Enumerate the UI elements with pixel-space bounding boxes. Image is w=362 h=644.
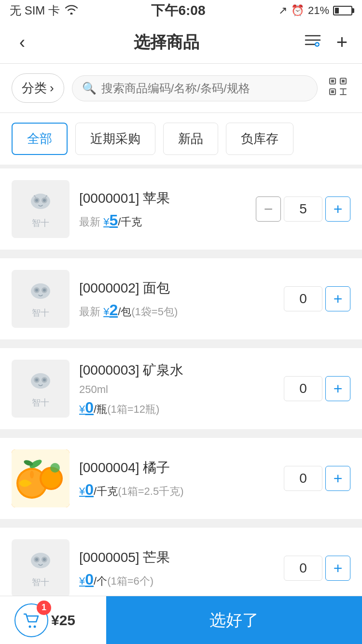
product-item: 智十 [0000002] 面包 最新 ¥2/包(1袋=5包) + (0, 258, 362, 339)
product-info: [0000001] 苹果 最新 ¥5/千克 (79, 189, 256, 229)
category-chevron-icon: › (50, 81, 54, 96)
separator (0, 430, 362, 438)
svg-point-29 (43, 378, 46, 381)
filter-tabs: 全部 近期采购 新品 负库存 (0, 113, 362, 168)
tab-all[interactable]: 全部 (12, 123, 68, 155)
owl-icon (28, 549, 54, 574)
battery-percent: 21% (308, 4, 329, 17)
quantity-input[interactable] (284, 286, 322, 311)
svg-point-28 (35, 378, 38, 381)
price-currency: ¥ (79, 485, 85, 497)
svg-point-49 (29, 625, 31, 628)
wifi-icon (65, 4, 78, 17)
carrier-text: 无 SIM 卡 (10, 3, 60, 18)
product-spec: 250ml (79, 383, 284, 396)
status-left: 无 SIM 卡 (10, 3, 78, 18)
cart-badge: 1 (37, 601, 51, 615)
alarm-icon: ⏰ (291, 4, 304, 17)
svg-point-38 (50, 463, 60, 473)
product-price: ¥0/个(1箱=6个) (79, 571, 284, 588)
back-button[interactable]: ‹ (14, 28, 30, 57)
page-title: 选择商品 (134, 31, 199, 54)
price-note: (1箱=6个) (107, 575, 153, 587)
filter-button[interactable] (304, 32, 322, 53)
product-info: [0000002] 面包 最新 ¥2/包(1袋=5包) (79, 279, 284, 319)
price-note: (1箱=2.5千克) (118, 485, 183, 497)
price-currency: ¥ (79, 403, 85, 415)
product-price: 最新 ¥2/包(1袋=5包) (79, 301, 284, 319)
svg-rect-11 (331, 90, 334, 93)
product-image: 智十 (12, 360, 70, 418)
product-name: [0000002] 面包 (79, 279, 284, 297)
svg-point-25 (31, 373, 50, 389)
cart-total: ¥25 (51, 612, 75, 629)
product-name: [0000001] 苹果 (79, 189, 256, 208)
price-number: 2 (109, 301, 118, 319)
separator (0, 340, 362, 348)
cart-icon[interactable]: 1 (14, 603, 48, 637)
category-label: 分类 (22, 80, 47, 97)
product-price: 最新 ¥5/千克 (79, 211, 256, 229)
owl-text: 智十 (32, 576, 49, 588)
svg-rect-10 (342, 80, 345, 83)
owl-icon (28, 369, 54, 395)
product-price: ¥0/千克(1箱=2.5千克) (79, 481, 284, 499)
product-name: [0000003] 矿泉水 (79, 361, 284, 379)
product-list: 智十 [0000001] 苹果 最新 ¥5/千克 − + (0, 168, 362, 644)
quantity-decrease-button[interactable]: − (256, 196, 281, 222)
confirm-button[interactable]: 选好了 (106, 596, 362, 644)
battery-icon (333, 6, 352, 15)
price-unit: /千克 (94, 485, 118, 497)
quantity-increase-button[interactable]: + (325, 466, 350, 491)
quantity-control: + (284, 376, 350, 401)
owl-icon (28, 280, 54, 305)
price-label: 最新 (79, 216, 103, 228)
quantity-increase-button[interactable]: + (325, 196, 350, 222)
quantity-control: + (284, 466, 350, 491)
quantity-input[interactable] (284, 466, 322, 491)
quantity-input[interactable] (284, 556, 322, 581)
svg-point-39 (31, 553, 50, 568)
quantity-input[interactable] (284, 376, 322, 401)
owl-text: 智十 (32, 397, 49, 408)
product-name: [0000005] 芒果 (79, 548, 284, 567)
product-image: 智十 (12, 180, 70, 238)
price-note: (1箱=12瓶) (107, 403, 159, 415)
quantity-increase-button[interactable]: + (325, 556, 350, 581)
quantity-control: + (284, 286, 350, 311)
separator (0, 520, 362, 528)
product-price: ¥0/瓶(1箱=12瓶) (79, 399, 284, 417)
price-currency: ¥ (79, 575, 85, 587)
price-unit: /个 (94, 575, 107, 587)
price-unit: /瓶 (94, 403, 107, 415)
search-icon: 🔍 (82, 82, 97, 95)
tab-recent[interactable]: 近期采购 (75, 123, 155, 155)
svg-point-18 (35, 199, 38, 202)
price-label: 最新 (79, 306, 103, 318)
quantity-increase-button[interactable]: + (325, 376, 350, 401)
separator (0, 251, 362, 258)
scan-button[interactable] (325, 74, 350, 103)
add-button[interactable]: + (336, 31, 348, 53)
svg-point-23 (35, 289, 38, 292)
svg-rect-9 (331, 80, 334, 83)
price-currency: ¥ (103, 216, 109, 228)
quantity-control: + (284, 556, 350, 581)
product-item: [0000004] 橘子 ¥0/千克(1箱=2.5千克) + (0, 438, 362, 519)
product-item: 智十 [0000003] 矿泉水 250ml ¥0/瓶(1箱=12瓶) + (0, 348, 362, 429)
quantity-increase-button[interactable]: + (325, 286, 350, 311)
product-name: [0000004] 橘子 (79, 459, 284, 477)
tab-negative[interactable]: 负库存 (226, 123, 293, 155)
price-number: 5 (109, 211, 118, 229)
tab-new[interactable]: 新品 (163, 123, 218, 155)
quantity-input[interactable] (284, 196, 322, 222)
price-unit: /包 (118, 306, 131, 318)
svg-point-50 (34, 625, 36, 628)
status-bar: 无 SIM 卡 下午6:08 ↗ ⏰ 21% (0, 0, 362, 21)
category-button[interactable]: 分类 › (12, 73, 64, 103)
status-right: ↗ ⏰ 21% (278, 4, 352, 17)
product-info: [0000003] 矿泉水 250ml ¥0/瓶(1箱=12瓶) (79, 361, 284, 417)
svg-point-20 (31, 283, 50, 299)
product-image: 智十 (12, 539, 70, 597)
search-input[interactable] (101, 82, 307, 95)
